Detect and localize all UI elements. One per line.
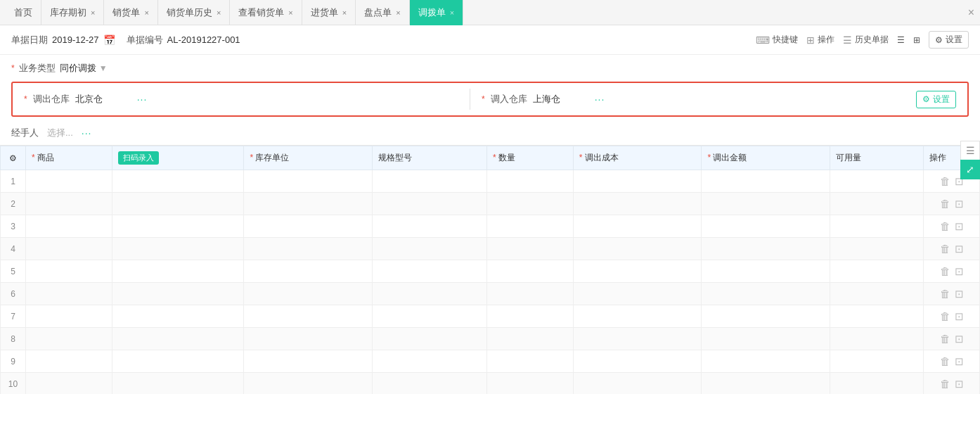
cell-available[interactable] [830,193,924,215]
cell-unit[interactable] [244,170,373,193]
cell-spec[interactable] [373,260,487,283]
delete-icon[interactable]: 🗑 [940,378,950,390]
cell-product[interactable] [26,328,112,350]
cell-qty[interactable] [486,283,573,305]
cell-product[interactable] [26,305,112,328]
scan-button[interactable]: 扫码录入 [118,151,159,165]
cell-unit[interactable] [244,305,373,328]
tab-inventory-init[interactable]: 库存期初 × [41,0,104,25]
cell-cost[interactable] [573,350,702,373]
cell-unit[interactable] [244,193,373,215]
copy-icon[interactable]: ⊡ [955,355,964,368]
tab-close-inventory-check[interactable]: × [396,8,400,17]
cell-unit[interactable] [244,238,373,260]
tab-close-transfer[interactable]: × [450,8,454,17]
cell-cost[interactable] [573,283,702,305]
cell-spec[interactable] [373,350,487,373]
cell-qty[interactable] [486,350,573,373]
cell-amount[interactable] [702,215,830,238]
cell-product[interactable] [26,215,112,238]
copy-icon[interactable]: ⊡ [955,265,964,278]
handler-input[interactable]: 选择... [47,127,73,139]
cell-cost[interactable] [573,328,702,350]
cell-cost[interactable] [573,215,702,238]
cell-available[interactable] [830,328,924,350]
cell-qty[interactable] [486,373,573,395]
business-type-select[interactable]: 同价调拨 ▼ [60,62,108,75]
cell-unit[interactable] [244,215,373,238]
tab-sales-order[interactable]: 销货单 × [104,0,157,25]
th-gear[interactable]: ⚙ [1,146,26,170]
cell-cost[interactable] [573,305,702,328]
right-expand-btn[interactable]: ⤢ [960,160,980,179]
cell-amount[interactable] [702,283,830,305]
cell-product[interactable] [26,260,112,283]
copy-icon[interactable]: ⊡ [955,310,964,323]
cell-available[interactable] [830,215,924,238]
cell-unit[interactable] [244,350,373,373]
cell-cost[interactable] [573,238,702,260]
calendar-icon[interactable]: 📅 [103,34,115,46]
cell-qty[interactable] [486,170,573,193]
cell-cost[interactable] [573,193,702,215]
operations-btn[interactable]: ⊞ 操作 [806,34,834,46]
delete-icon[interactable]: 🗑 [940,265,950,277]
cell-unit[interactable] [244,283,373,305]
cell-spec[interactable] [373,328,487,350]
tab-sales-history[interactable]: 销货单历史 × [158,0,230,25]
cell-cost[interactable] [573,170,702,193]
cell-available[interactable] [830,283,924,305]
cell-available[interactable] [830,305,924,328]
th-scan[interactable]: 扫码录入 [112,146,244,170]
cell-product[interactable] [26,373,112,395]
cell-amount[interactable] [702,260,830,283]
cell-amount[interactable] [702,238,830,260]
cell-qty[interactable] [486,193,573,215]
cell-cost[interactable] [573,373,702,395]
cell-amount[interactable] [702,305,830,328]
cell-spec[interactable] [373,193,487,215]
close-all-tabs[interactable]: × [965,4,977,22]
cell-amount[interactable] [702,193,830,215]
tab-view-sales[interactable]: 查看销货单 × [230,0,302,25]
cell-spec[interactable] [373,238,487,260]
copy-icon[interactable]: ⊡ [955,378,964,390]
cell-qty[interactable] [486,305,573,328]
cell-spec[interactable] [373,215,487,238]
cell-product[interactable] [26,350,112,373]
copy-icon[interactable]: ⊡ [955,288,964,300]
shortcuts-btn[interactable]: ⌨ 快捷键 [756,34,798,46]
cell-spec[interactable] [373,283,487,305]
tab-close-purchase-order[interactable]: × [342,8,347,17]
delete-icon[interactable]: 🗑 [940,333,950,345]
handler-more[interactable]: ··· [82,127,92,139]
transfer-out-more[interactable]: ··· [137,94,148,105]
tab-close-sales-history[interactable]: × [217,8,221,17]
tab-close-sales-order[interactable]: × [144,8,148,17]
transfer-in-more[interactable]: ··· [595,94,605,105]
delete-icon[interactable]: 🗑 [940,220,950,232]
tab-close-inventory-init[interactable]: × [91,8,95,17]
tab-home[interactable]: 首页 [6,0,41,25]
grid-view-btn[interactable]: ⊞ [913,35,920,45]
cell-available[interactable] [830,350,924,373]
cell-spec[interactable] [373,373,487,395]
cell-spec[interactable] [373,170,487,193]
cell-qty[interactable] [486,238,573,260]
cell-available[interactable] [830,238,924,260]
list-view-btn[interactable]: ☰ [897,35,905,45]
cell-amount[interactable] [702,373,830,395]
tab-transfer[interactable]: 调拨单 × [410,0,463,25]
delete-icon[interactable]: 🗑 [940,175,950,187]
delete-icon[interactable]: 🗑 [940,198,950,210]
cell-qty[interactable] [486,260,573,283]
right-list-btn[interactable]: ☰ [960,141,980,160]
delete-icon[interactable]: 🗑 [940,310,950,322]
tab-close-view-sales[interactable]: × [288,8,292,17]
settings-gear-btn[interactable]: ⚙ 设置 [916,91,956,108]
cell-available[interactable] [830,373,924,395]
cell-amount[interactable] [702,328,830,350]
settings-button[interactable]: ⚙ 设置 [929,31,969,49]
copy-icon[interactable]: ⊡ [955,220,964,233]
cell-unit[interactable] [244,373,373,395]
